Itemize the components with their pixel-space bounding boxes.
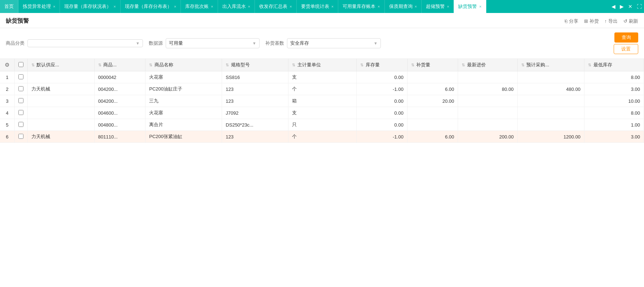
row-latest-price bbox=[458, 107, 518, 119]
close-tab-3[interactable]: × bbox=[174, 4, 176, 9]
export-button[interactable]: ↑ 导出 bbox=[605, 18, 618, 25]
row-supplier bbox=[27, 119, 94, 131]
row-checkbox[interactable] bbox=[18, 122, 23, 127]
row-replenish-qty: 20.00 bbox=[407, 95, 458, 107]
col-spec[interactable]: ⇅ 规格型号 bbox=[222, 59, 288, 71]
col-replenish-qty[interactable]: ⇅ 补货量 bbox=[407, 59, 458, 71]
row-latest-price: 80.00 bbox=[458, 83, 518, 95]
datasource-select[interactable]: 可用量 ▼ bbox=[166, 38, 260, 48]
sort-stock-icon: ⇅ bbox=[360, 63, 364, 67]
row-unit: 个 bbox=[288, 83, 356, 95]
close-tab-7[interactable]: × bbox=[331, 4, 334, 9]
col-latest-price[interactable]: ⇅ 最新进价 bbox=[458, 59, 518, 71]
replenish-select[interactable]: 安全库存 ▼ bbox=[287, 38, 381, 48]
row-supplier: 力天机械 bbox=[27, 131, 94, 143]
sort-min-icon: ⇅ bbox=[588, 63, 591, 67]
replenish-button[interactable]: ⊞ 补货 bbox=[584, 18, 599, 25]
tab-next-btn[interactable]: ▶ bbox=[618, 0, 626, 13]
row-checkbox[interactable] bbox=[18, 110, 23, 115]
query-button[interactable]: 查询 bbox=[614, 32, 638, 43]
row-min-stock: 10.00 bbox=[584, 95, 644, 107]
replenish-label: 补货基数 bbox=[265, 40, 284, 47]
close-tab-5[interactable]: × bbox=[248, 4, 250, 9]
close-tab-11[interactable]: × bbox=[479, 4, 481, 9]
row-stock: 0.00 bbox=[357, 119, 407, 131]
row-latest-price bbox=[458, 71, 518, 83]
close-tab-9[interactable]: × bbox=[415, 4, 417, 9]
share-button[interactable]: ⎗ 分享 bbox=[565, 18, 578, 25]
category-filter-group: 商品分类 ▼ bbox=[6, 39, 143, 47]
header-actions: ⎗ 分享 ⊞ 补货 ↑ 导出 ↺ 刷新 bbox=[565, 18, 639, 25]
row-code: 0000042 bbox=[94, 71, 145, 83]
row-supplier bbox=[27, 95, 94, 107]
row-checkbox[interactable] bbox=[18, 98, 23, 103]
row-code: 004200... bbox=[94, 83, 145, 95]
col-stock[interactable]: ⇅ 库存量 bbox=[357, 59, 407, 71]
row-checkbox-cell[interactable] bbox=[14, 71, 27, 83]
sort-code-icon: ⇅ bbox=[98, 63, 101, 67]
row-latest-price bbox=[458, 95, 518, 107]
col-product-code[interactable]: ⇅ 商品... bbox=[94, 59, 145, 71]
row-unit: 支 bbox=[288, 107, 356, 119]
tab-recv-summary[interactable]: 收发存汇总表 × bbox=[255, 0, 296, 13]
tab-stock-status[interactable]: 现存量（库存状况表） × bbox=[60, 0, 120, 13]
tab-prev-btn[interactable]: ◀ bbox=[609, 0, 618, 13]
col-unit[interactable]: ⇅ 主计量单位 bbox=[288, 59, 356, 71]
row-num: 6 bbox=[0, 131, 14, 143]
tab-batch-account[interactable]: 库存批次账 × bbox=[181, 0, 218, 13]
settings-button[interactable]: 设置 bbox=[614, 44, 638, 54]
tab-shelf-life[interactable]: 保质期查询 × bbox=[385, 0, 422, 13]
refresh-button[interactable]: ↺ 刷新 bbox=[623, 18, 638, 25]
tab-available-ledger[interactable]: 可用量库存账本 × bbox=[338, 0, 384, 13]
tab-shortage[interactable]: 缺货预警 × bbox=[454, 0, 486, 13]
row-num: 1 bbox=[0, 71, 14, 83]
row-unit: 只 bbox=[288, 119, 356, 131]
table-row: 1 0000042 火花塞 SS816 支 0.00 8.00 bbox=[0, 71, 644, 83]
page-header: 缺货预警 ⎗ 分享 ⊞ 补货 ↑ 导出 ↺ 刷新 bbox=[0, 13, 644, 28]
row-checkbox[interactable] bbox=[18, 86, 23, 91]
row-checkbox-cell[interactable] bbox=[14, 131, 27, 143]
tab-stock-dist[interactable]: 现存量（库存分布表） × bbox=[121, 0, 181, 13]
row-code: 004200... bbox=[94, 95, 145, 107]
tab-close-all-btn[interactable]: ✕ bbox=[626, 0, 635, 13]
refresh-icon: ↺ bbox=[623, 18, 627, 24]
row-checkbox-cell[interactable] bbox=[14, 107, 27, 119]
row-est-purchase bbox=[517, 107, 584, 119]
close-tab-4[interactable]: × bbox=[211, 4, 213, 9]
table-body: 1 0000042 火花塞 SS816 支 0.00 8.00 2 力天机械 0… bbox=[0, 71, 644, 143]
close-tab-10[interactable]: × bbox=[447, 4, 449, 9]
row-checkbox[interactable] bbox=[18, 134, 23, 139]
sort-name-icon: ⇅ bbox=[149, 63, 152, 67]
col-est-purchase[interactable]: ⇅ 预计采购... bbox=[517, 59, 584, 71]
close-tab-6[interactable]: × bbox=[290, 4, 292, 9]
close-tab-2[interactable]: × bbox=[113, 4, 116, 9]
col-default-supplier[interactable]: ⇅ 默认供应... bbox=[27, 59, 94, 71]
col-product-name[interactable]: ⇅ 商品名称 bbox=[145, 59, 222, 71]
row-code: 004600... bbox=[94, 107, 145, 119]
table-row: 6 力天机械 801110... PC200张紧油缸 123 个 -1.00 6… bbox=[0, 131, 644, 143]
row-est-purchase bbox=[517, 119, 584, 131]
row-checkbox-cell[interactable] bbox=[14, 119, 27, 131]
row-checkbox[interactable] bbox=[18, 74, 23, 79]
select-all-checkbox[interactable] bbox=[18, 62, 23, 67]
row-replenish-qty bbox=[407, 119, 458, 131]
tab-overstock[interactable]: 超储预警 × bbox=[422, 0, 454, 13]
tab-inout-flow[interactable]: 出入库流水 × bbox=[218, 0, 255, 13]
close-tab-1[interactable]: × bbox=[53, 4, 55, 9]
row-unit: 支 bbox=[288, 71, 356, 83]
tab-expand-btn[interactable]: ⛶ bbox=[635, 0, 644, 13]
table-row: 2 力天机械 004200... PC200油缸庄子 123 个 -1.00 6… bbox=[0, 83, 644, 95]
row-spec: DS250*23c... bbox=[222, 119, 288, 131]
col-min-stock[interactable]: ⇅ 最低库存 bbox=[584, 59, 644, 71]
category-select[interactable]: ▼ bbox=[27, 39, 143, 47]
close-tab-8[interactable]: × bbox=[378, 4, 380, 9]
tab-picking-exception[interactable]: 拣货异常处理 × bbox=[18, 0, 60, 13]
tab-order-stats[interactable]: 要货单统计表 × bbox=[297, 0, 338, 13]
row-checkbox-cell[interactable] bbox=[14, 95, 27, 107]
datasource-arrow-icon: ▼ bbox=[252, 41, 256, 45]
page-title: 缺货预警 bbox=[6, 17, 29, 25]
row-checkbox-cell[interactable] bbox=[14, 83, 27, 95]
row-est-purchase bbox=[517, 95, 584, 107]
gear-icon[interactable]: ⚙ bbox=[5, 62, 9, 68]
tab-home[interactable]: 首页 bbox=[0, 0, 18, 13]
